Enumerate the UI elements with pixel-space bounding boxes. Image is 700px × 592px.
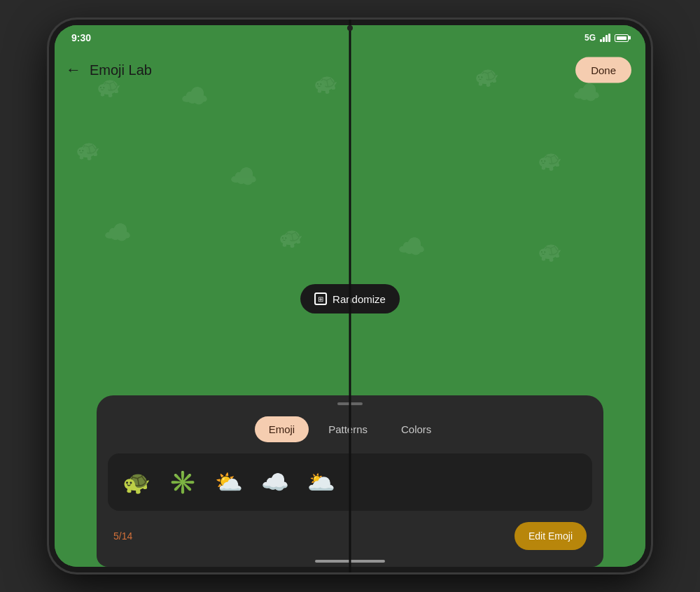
signal-label: 5G [584, 33, 596, 43]
cloud-pattern-icon: ☁️ [104, 221, 132, 244]
tab-colors[interactable]: Colors [387, 416, 445, 442]
turtle-pattern-icon: 🐢 [538, 242, 562, 262]
camera-notch [347, 25, 353, 31]
emoji-cell-cloud2[interactable]: 🌥️ [304, 465, 339, 500]
device-frame: 🐢☁️🐢🐢☁️🐢☁️🐢☁️🐢☁️🐢✳️🐢 9:30 5G ← Emoji L [49, 20, 651, 572]
app-bar: ← Emoji Lab Done [55, 50, 645, 90]
edit-emoji-button[interactable]: Edit Emoji [514, 522, 587, 550]
status-icons: 5G [584, 33, 629, 43]
app-title: Emoji Lab [90, 62, 152, 78]
tab-emoji[interactable]: Emoji [255, 416, 309, 442]
sheet-footer: 5/14 Edit Emoji [97, 511, 603, 556]
sheet-handle [337, 402, 363, 405]
shuffle-icon: ⊞ [314, 293, 327, 305]
battery-icon [615, 34, 629, 42]
status-time: 9:30 [71, 32, 91, 43]
tab-patterns[interactable]: Patterns [314, 416, 382, 442]
emoji-cell-cloud[interactable]: ☁️ [258, 465, 293, 500]
screen: 🐢☁️🐢🐢☁️🐢☁️🐢☁️🐢☁️🐢✳️🐢 9:30 5G ← Emoji L [55, 25, 645, 567]
randomize-button[interactable]: ⊞ Randomize [300, 284, 400, 313]
tab-bar: Emoji Patterns Colors [97, 416, 603, 453]
home-indicator [315, 560, 385, 563]
done-button[interactable]: Done [575, 57, 631, 83]
bottom-sheet: Emoji Patterns Colors 🐢 ✳️ ⛅ ☁️ 🌥️ 5/14 … [97, 395, 603, 567]
page-indicator: 5/14 [113, 530, 132, 542]
back-button[interactable]: ← [66, 61, 81, 79]
cloud-pattern-icon: ☁️ [398, 235, 426, 258]
turtle-pattern-icon: 🐢 [279, 228, 303, 248]
emoji-cell-star[interactable]: ✳️ [165, 465, 200, 500]
emoji-grid: 🐢 ✳️ ⛅ ☁️ 🌥️ [108, 453, 592, 511]
signal-bars-icon [600, 34, 610, 42]
cloud-pattern-icon: ☁️ [230, 165, 258, 188]
emoji-cell-turtle[interactable]: 🐢 [119, 465, 154, 500]
turtle-pattern-icon: 🐢 [538, 151, 562, 171]
turtle-pattern-icon: 🐢 [76, 141, 100, 160]
emoji-cell-cloud-sun[interactable]: ⛅ [211, 465, 246, 500]
